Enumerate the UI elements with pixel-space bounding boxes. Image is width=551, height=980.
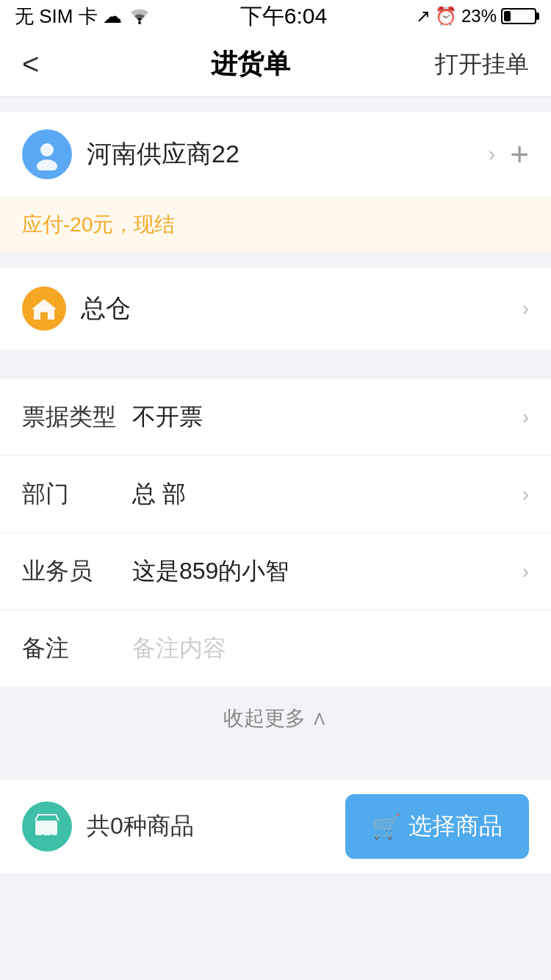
supplier-section: 河南供应商22 › + 应付-20元，现结 [0,112,551,252]
department-label: 部门 [22,478,118,511]
department-row[interactable]: 部门 总 部 › [0,456,551,533]
svg-point-2 [37,159,57,170]
remark-label: 备注 [22,633,118,665]
warehouse-chevron-icon: › [522,297,529,320]
status-right: ↗ ⏰ 23% [416,6,536,26]
section-gap-4 [0,750,551,765]
salesperson-value: 这是859的小智 [118,555,522,588]
nav-bar: < 进货单 打开挂单 [0,32,551,97]
collapse-label: 收起更多 ∧ [223,707,328,729]
section-gap-1 [0,97,551,112]
select-product-button[interactable]: 🛒 选择商品 [345,794,529,859]
supplier-row[interactable]: 河南供应商22 › + [0,112,551,198]
open-pending-button[interactable]: 打开挂单 [435,48,529,81]
sim-label: 无 SIM 卡 ☁ [15,4,122,29]
status-time: 下午6:04 [240,1,327,32]
svg-point-8 [49,835,54,839]
warehouse-row[interactable]: 总仓 › [0,267,551,350]
supplier-avatar [22,129,72,179]
invoice-type-row[interactable]: 票据类型 不开票 › [0,379,551,456]
invoice-type-chevron-icon: › [522,406,529,429]
supplier-chevron-icon: › [489,143,495,166]
alarm-icon: ⏰ [435,6,457,26]
section-gap-3 [0,350,551,364]
svg-point-0 [138,21,141,24]
svg-rect-6 [35,821,57,835]
svg-marker-4 [32,299,57,309]
status-left: 无 SIM 卡 ☁ [15,4,151,29]
battery-icon [501,8,536,24]
svg-point-1 [40,143,54,156]
select-btn-icon: 🛒 [372,813,401,840]
remark-row[interactable]: 备注 备注内容 [0,610,551,687]
bottom-bar: 共0种商品 🛒 选择商品 [0,779,551,873]
back-button[interactable]: < [22,48,66,81]
product-icon [22,801,72,851]
salesperson-chevron-icon: › [522,560,529,583]
select-btn-label: 选择商品 [408,810,503,843]
warehouse-name: 总仓 [81,292,522,325]
svg-rect-5 [40,312,48,320]
wifi-icon [128,8,151,24]
invoice-type-value: 不开票 [118,401,522,433]
product-count: 共0种商品 [87,810,345,843]
warehouse-building-icon [30,295,58,323]
salesperson-label: 业务员 [22,555,118,588]
svg-point-7 [40,835,45,839]
form-section: 票据类型 不开票 › 部门 总 部 › 业务员 这是859的小智 › 备注 备注… [0,379,551,687]
invoice-type-label: 票据类型 [22,401,118,433]
supplier-name: 河南供应商22 [87,137,489,171]
notice-bar: 应付-20元，现结 [0,198,551,252]
location-icon: ↗ [416,6,431,26]
person-icon [31,138,63,170]
department-chevron-icon: › [522,483,529,506]
notice-text: 应付-20元，现结 [22,213,175,236]
section-gap-2 [0,252,551,267]
warehouse-icon [22,287,66,331]
warehouse-section: 总仓 › [0,267,551,350]
collapse-button[interactable]: 收起更多 ∧ [0,687,551,750]
battery-percent: 23% [461,6,497,26]
grey-bottom-area [0,873,551,980]
remark-input[interactable]: 备注内容 [118,633,529,665]
salesperson-row[interactable]: 业务员 这是859的小智 › [0,533,551,610]
cart-icon [32,812,62,841]
page-title: 进货单 [211,46,290,82]
department-value: 总 部 [118,478,522,511]
status-bar: 无 SIM 卡 ☁ 下午6:04 ↗ ⏰ 23% [0,0,551,32]
add-supplier-button[interactable]: + [510,138,529,170]
